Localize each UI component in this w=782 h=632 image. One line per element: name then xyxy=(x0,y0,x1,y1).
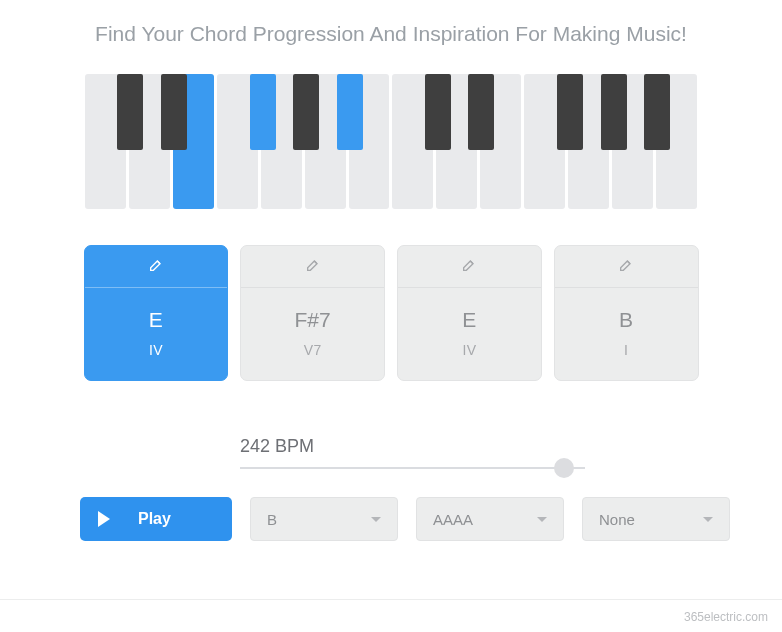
black-key[interactable] xyxy=(293,74,319,150)
extra-select-value: None xyxy=(599,511,635,528)
pattern-select-value: AAAA xyxy=(433,511,473,528)
pattern-select[interactable]: AAAA xyxy=(416,497,564,541)
chord-roman-numeral: I xyxy=(555,342,698,358)
page-title: Find Your Chord Progression And Inspirat… xyxy=(40,22,742,46)
chord-card-body: BI xyxy=(555,288,698,380)
edit-icon xyxy=(618,257,634,277)
chord-edit-button[interactable] xyxy=(555,246,698,288)
key-select-value: B xyxy=(267,511,277,528)
bpm-slider-thumb[interactable] xyxy=(554,458,574,478)
chord-edit-button[interactable] xyxy=(85,246,228,288)
piano-keyboard[interactable] xyxy=(84,74,699,209)
chord-name: B xyxy=(555,308,698,332)
black-key[interactable] xyxy=(644,74,670,150)
black-key[interactable] xyxy=(161,74,187,150)
edit-icon xyxy=(461,257,477,277)
edit-icon xyxy=(148,257,164,277)
chord-name: E xyxy=(85,308,228,332)
play-button-label: Play xyxy=(138,510,171,528)
attribution-text: 365electric.com xyxy=(684,610,768,624)
play-icon xyxy=(98,511,110,527)
chevron-down-icon xyxy=(537,517,547,522)
black-key[interactable] xyxy=(250,74,276,150)
chord-name: E xyxy=(398,308,541,332)
chord-roman-numeral: IV xyxy=(398,342,541,358)
chord-name: F#7 xyxy=(241,308,384,332)
footer-divider xyxy=(0,599,782,600)
bpm-control: 242 BPM xyxy=(240,436,735,469)
bpm-slider[interactable] xyxy=(240,467,585,469)
chord-card-1[interactable]: F#7V7 xyxy=(240,245,385,381)
black-key[interactable] xyxy=(425,74,451,150)
chord-card-body: F#7V7 xyxy=(241,288,384,380)
play-button[interactable]: Play xyxy=(80,497,232,541)
black-key[interactable] xyxy=(601,74,627,150)
edit-icon xyxy=(305,257,321,277)
chord-roman-numeral: V7 xyxy=(241,342,384,358)
chord-card-body: EIV xyxy=(85,288,228,380)
chord-card-body: EIV xyxy=(398,288,541,380)
chord-edit-button[interactable] xyxy=(241,246,384,288)
bpm-label: 242 BPM xyxy=(240,436,735,457)
black-key[interactable] xyxy=(117,74,143,150)
chord-progression-row: EIVF#7V7EIVBI xyxy=(84,245,699,381)
extra-select[interactable]: None xyxy=(582,497,730,541)
black-key[interactable] xyxy=(557,74,583,150)
chord-edit-button[interactable] xyxy=(398,246,541,288)
chord-card-3[interactable]: BI xyxy=(554,245,699,381)
chevron-down-icon xyxy=(371,517,381,522)
chord-roman-numeral: IV xyxy=(85,342,228,358)
black-key[interactable] xyxy=(468,74,494,150)
chevron-down-icon xyxy=(703,517,713,522)
key-select[interactable]: B xyxy=(250,497,398,541)
chord-card-2[interactable]: EIV xyxy=(397,245,542,381)
chord-card-0[interactable]: EIV xyxy=(84,245,229,381)
controls-row: Play B AAAA None xyxy=(40,497,742,541)
black-key[interactable] xyxy=(337,74,363,150)
